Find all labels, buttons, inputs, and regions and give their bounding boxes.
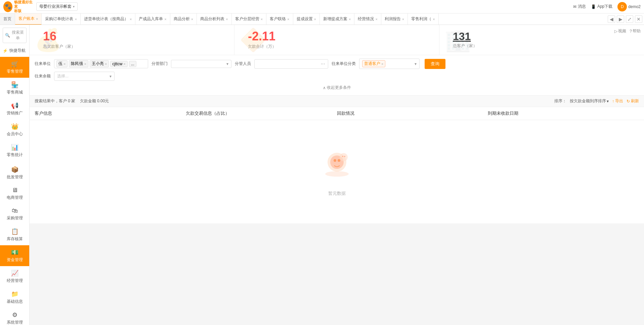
video-help-btn[interactable]: ▷ 视频	[614, 28, 626, 34]
sidebar-item-purchase[interactable]: 🛍 采购管理	[0, 204, 29, 224]
quick-nav-button[interactable]: ⚡ 快捷导航	[0, 46, 29, 56]
close-icon[interactable]: ×	[433, 17, 435, 21]
svg-point-6	[342, 156, 343, 157]
tab-product-analysis-list[interactable]: 商品分析列表 ×	[197, 13, 231, 25]
basic-info-icon: 📁	[11, 290, 18, 298]
tab-scroll-left[interactable]: ◀	[608, 15, 615, 23]
top-right-area: ✉ 消息 📱 App下载 D demo2	[573, 2, 641, 11]
chevron-down-icon: ▾	[226, 62, 228, 66]
member-icon: 👑	[11, 123, 18, 130]
wholesale-icon: 📦	[11, 166, 18, 173]
filter-row-2: 往来余额 选择... ▾	[35, 72, 639, 81]
sidebar-item-ecommerce[interactable]: 🖥 电商管理	[0, 183, 29, 204]
stat-actions: ▷ 视频 ? 帮助	[614, 28, 641, 34]
tab-customer-account[interactable]: 客户账本 ×	[15, 13, 42, 25]
user-avatar-button[interactable]: D demo2	[617, 2, 641, 11]
unit-class-select[interactable]: 普通客户 × ▾	[359, 59, 420, 69]
close-icon[interactable]: ×	[75, 17, 77, 21]
tab-new-promotion[interactable]: 新增提成方案 ×	[320, 13, 354, 25]
tag-more[interactable]: ...	[129, 61, 136, 67]
tab-product-entry[interactable]: 产成品入库单 ×	[135, 13, 170, 25]
sidebar-item-inventory[interactable]: 📋 库存核算	[0, 224, 29, 245]
tag-close-icon[interactable]: ×	[381, 62, 383, 66]
col-header-payment: 回款情况	[337, 110, 488, 116]
balance-select[interactable]: 选择... ▾	[54, 72, 115, 81]
message-icon: ✉	[573, 4, 576, 9]
sidebar-item-finance[interactable]: 💵 资金管理	[0, 245, 29, 266]
person-select[interactable]: ···	[254, 59, 328, 69]
collapse-button[interactable]: ∧ 收起更多条件	[323, 85, 351, 91]
tag-wu[interactable]: 伍 ×	[56, 60, 68, 67]
download-icon: 📱	[591, 4, 596, 9]
tab-fullscreen[interactable]: ⤢	[626, 15, 633, 23]
close-icon[interactable]: ×	[164, 17, 166, 21]
tag-wang[interactable]: 王小亮 ×	[90, 60, 109, 67]
message-button[interactable]: ✉ 消息	[573, 4, 586, 9]
export-button[interactable]: ↑ 导出	[612, 98, 623, 104]
sort-select[interactable]: 按欠款金额到序排序 ▾	[570, 98, 609, 104]
query-button[interactable]: 查询	[425, 59, 445, 69]
close-icon[interactable]: ×	[191, 17, 193, 21]
tab-scroll-right[interactable]: ▶	[617, 15, 624, 23]
tab-retail-profit[interactable]: 零售利润（ ×	[408, 13, 438, 25]
close-icon[interactable]: ×	[261, 17, 263, 21]
sidebar-item-retail-mall[interactable]: 🏪 零售商城	[0, 78, 29, 99]
stats-icon: 📊	[11, 144, 18, 151]
close-icon[interactable]: ×	[314, 17, 316, 21]
sidebar-item-member[interactable]: 👑 会员中心	[0, 119, 29, 140]
help-btn[interactable]: ? 帮助	[630, 28, 641, 34]
finance-icon: 💵	[11, 249, 18, 256]
filter-row-1: 往来单位 伍 × 陈民强 × 王小亮 × cjttcw	[35, 59, 639, 69]
tab-profit-report[interactable]: 利润报告 ×	[381, 13, 408, 25]
unit-class-label: 往来单位分类	[332, 61, 356, 67]
close-icon[interactable]: ×	[402, 17, 404, 21]
tag-close-icon[interactable]: ×	[123, 62, 125, 66]
tag-close-icon[interactable]: ×	[63, 62, 66, 66]
tag-close-icon[interactable]: ×	[84, 62, 86, 66]
chevron-down-icon: ▾	[110, 74, 112, 79]
unit-class-tag[interactable]: 普通客户 ×	[362, 60, 385, 67]
operation-icon: 📈	[11, 269, 18, 277]
tag-close-icon[interactable]: ×	[105, 62, 107, 66]
sidebar-item-retail-stats[interactable]: 📊 零售统计	[0, 140, 29, 161]
close-icon[interactable]: ×	[36, 17, 38, 21]
export-icon: ↑	[612, 99, 614, 104]
close-icon[interactable]: ×	[130, 17, 132, 21]
tag-chen[interactable]: 陈民强 ×	[69, 60, 88, 67]
app-download-button[interactable]: 📱 App下载	[591, 4, 612, 9]
close-icon[interactable]: ×	[349, 17, 351, 21]
tab-close-all[interactable]: ✕	[635, 15, 642, 23]
logo-text: 畅捷通好生意 标版	[14, 0, 33, 13]
main-layout: 🔍 搜索菜单 ⚡ 快捷导航 🛒 零售管理 🏪 零售商城 📢 营销推广 👑 会员中…	[0, 25, 644, 325]
tab-customer-contact[interactable]: 客户联络 ×	[266, 13, 293, 25]
sidebar-item-retail-mgmt[interactable]: 🛒 零售管理	[0, 57, 29, 78]
sidebar-item-operation[interactable]: 📈 经营管理	[0, 266, 29, 287]
lightning-icon: ⚡	[3, 48, 8, 53]
tab-purchase-stats[interactable]: 进货单统计表（按商品） ×	[81, 13, 135, 25]
stat-bg-icon-1: 💰	[35, 27, 62, 53]
dept-select[interactable]: ▾	[171, 60, 231, 68]
tab-promotion-settings[interactable]: 提成设置 ×	[293, 13, 320, 25]
more-options-icon[interactable]: ···	[321, 61, 325, 67]
unit-tag-input[interactable]: 伍 × 陈民强 × 王小亮 × cjttcw × ...	[54, 59, 148, 68]
tab-purchase-order[interactable]: 采购订单统计表 ×	[42, 13, 80, 25]
sidebar-item-marketing[interactable]: 📢 营销推广	[0, 99, 29, 119]
tab-bar-controls: ◀ ▶ ⤢ ✕	[608, 15, 644, 23]
tag-cjttcw[interactable]: cjttcw ×	[110, 61, 127, 67]
account-selector[interactable]: 母婴行业演示帐套 ▾	[36, 2, 78, 11]
tab-customer-segment[interactable]: 客户分层经营 ×	[232, 13, 266, 25]
tab-product-analysis[interactable]: 商品分析 ×	[170, 13, 197, 25]
empty-text: 暂元数据	[328, 190, 346, 196]
tab-home[interactable]: 首页	[0, 13, 15, 25]
search-menu-button[interactable]: 🔍 搜索菜单	[3, 28, 27, 43]
sidebar-item-basic-info[interactable]: 📁 基础信息	[0, 287, 29, 308]
close-icon[interactable]: ×	[375, 17, 377, 21]
purchase-icon: 🛍	[12, 207, 18, 214]
refresh-button[interactable]: ↻ 刷新	[627, 98, 639, 104]
tab-operation-status[interactable]: 经营情况 ×	[354, 13, 381, 25]
sidebar-item-system[interactable]: ⚙ 系统管理	[0, 308, 29, 325]
sidebar-item-wholesale[interactable]: 📦 批发管理	[0, 162, 29, 183]
close-icon[interactable]: ×	[226, 17, 228, 21]
svg-point-4	[338, 159, 340, 162]
close-icon[interactable]: ×	[287, 17, 289, 21]
